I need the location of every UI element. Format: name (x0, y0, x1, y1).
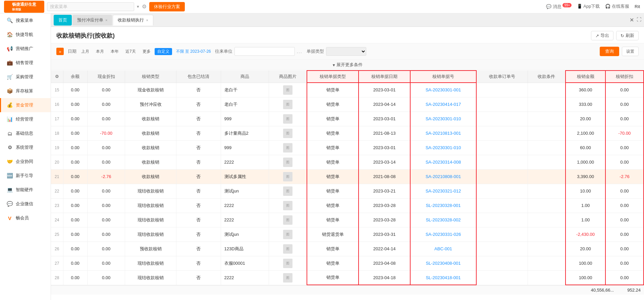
bill-no-cell[interactable]: SA-20230301-001 (410, 83, 476, 97)
balance-cell: 0.00 (63, 112, 87, 126)
bill-type-select[interactable] (326, 47, 366, 56)
filter-settings-button[interactable]: 设置 (622, 47, 639, 56)
discount-cell: 0.00 (87, 97, 125, 112)
tab-close-prepay[interactable]: × (105, 18, 107, 22)
tab-collection[interactable]: 收款核销执行 × (113, 15, 153, 26)
sidebar-item-marketing[interactable]: 📢 营销推广 (0, 42, 51, 56)
product-img-cell: 图 (269, 227, 307, 242)
discount-cell: 0.00 (87, 270, 125, 285)
bill-no-cell[interactable]: SA-20230414-017 (410, 97, 476, 112)
sidebar-item-purchase[interactable]: 🛒 采购管理 (0, 70, 51, 84)
export-button[interactable]: ↗ 导出 (591, 31, 613, 40)
sidebar-item-system[interactable]: ⚙ 系统管理 (0, 140, 51, 155)
filter-toggle-btn[interactable]: » (56, 48, 64, 55)
bill-no-cell[interactable]: SL-20230328-001 (410, 198, 476, 213)
expand-more-btn[interactable]: ▾ 展开更多条件 (333, 62, 363, 68)
verify-discount-cell: 0.00 (605, 198, 644, 213)
tab-home[interactable]: 首页 (54, 15, 72, 26)
bill-no-cell[interactable]: SA-20230331-026 (410, 227, 476, 242)
verify-discount-cell: 0.00 (605, 83, 644, 97)
verify-type-cell: 现结收款核销 (125, 213, 176, 227)
tag-this-year[interactable]: 本年 (108, 48, 121, 55)
bill-no-cell[interactable]: SA-20210813-001 (410, 126, 476, 140)
partner-input[interactable] (234, 47, 295, 56)
tag-more[interactable]: 更多 (140, 48, 153, 55)
app-download[interactable]: 📱 App下载 (577, 3, 600, 9)
sidebar-item-inventory[interactable]: 📦 库存核算 (0, 84, 51, 98)
sidebar-item-finance[interactable]: 💰 资金管理 (0, 98, 51, 112)
receipt-cond-cell (528, 213, 566, 227)
refresh-button[interactable]: ↻ 刷新 (616, 31, 639, 40)
query-button[interactable]: 查询 (600, 47, 619, 56)
col-settings-header[interactable]: ⚙ (51, 71, 63, 83)
table-row: 20 0.00 0.00 收款核销 否 2222 图 销货单 2023-03-1… (51, 155, 644, 169)
bill-no-cell[interactable]: SA-20230301-010 (410, 140, 476, 155)
tag-this-month[interactable]: 本月 (93, 48, 107, 55)
tag-last-month[interactable]: 上月 (78, 48, 92, 55)
bill-no-cell[interactable]: SA-20230301-010 (410, 112, 476, 126)
bill-no-cell[interactable]: SL-20230328-002 (410, 213, 476, 227)
balance-cell: 0.00 (63, 83, 87, 97)
col-product-header: 商品 (221, 71, 269, 83)
sidebar-item-guide[interactable]: 🆕 新手引导 (0, 169, 51, 183)
receipt-cond-cell (528, 126, 566, 140)
bill-no-cell[interactable]: SL-20230418-001 (410, 270, 476, 285)
row-num: 18 (51, 126, 63, 140)
verify-type-cell: 现金收款核销 (125, 83, 176, 97)
product-img-cell: 图 (269, 169, 307, 184)
receipt-no-cell (476, 83, 528, 97)
amount-cell: 60.00 (566, 140, 605, 155)
top-search: 搜索菜单 (47, 2, 134, 11)
operation-icon: 📊 (6, 116, 13, 122)
receipt-no-cell (476, 242, 528, 256)
sidebar-item-sales[interactable]: 💼 销售管理 (0, 56, 51, 70)
settled-cell: 否 (176, 169, 221, 184)
amount-cell: 2,100.00 (566, 126, 605, 140)
sidebar-item-shortcut[interactable]: 🏠 快捷导航 (0, 28, 51, 42)
page-title: 收款核销执行(按收款) (56, 32, 115, 40)
bill-no-cell[interactable]: SA-20230314-008 (410, 155, 476, 169)
sidebar-item-vip[interactable]: V 畅会员 (0, 211, 51, 225)
sidebar-item-corp[interactable]: 🤝 企业协同 (0, 155, 51, 169)
receipt-cond-cell (528, 83, 566, 97)
row-num: 19 (51, 140, 63, 155)
sidebar-item-basic[interactable]: 🗂 基础信息 (0, 126, 51, 140)
dropdown-icon[interactable]: ▾ (137, 4, 139, 9)
settled-cell: 否 (176, 227, 221, 242)
sidebar-item-search[interactable]: 🔍 搜索菜单 (0, 13, 51, 28)
tab-close-collection[interactable]: × (146, 18, 148, 22)
balance-cell: 0.00 (63, 140, 87, 155)
sidebar-item-operation[interactable]: 📊 经营管理 (0, 112, 51, 126)
tag-custom[interactable]: 自定义 (155, 48, 172, 55)
message-area[interactable]: 💬 消息 99+ (546, 3, 572, 10)
industry-btn[interactable]: 休验行业方案 (149, 2, 185, 11)
settings-icon[interactable]: ⚙ (142, 3, 147, 10)
bill-type-cell: 销货单 (307, 169, 359, 184)
bill-date-cell: 2023-03-01 (359, 83, 410, 97)
receipt-no-cell (476, 140, 528, 155)
product-cell: 衣服00001 (221, 256, 269, 270)
top-bar: 畅捷通好生意 标准版 搜索菜单 ▾ ⚙ 休验行业方案 💬 消息 99+ 📱 Ap… (0, 0, 644, 13)
product-cell: 测试多属性 (221, 169, 269, 184)
close-window-icon[interactable]: ✕ (630, 17, 634, 23)
receipt-no-cell (476, 169, 528, 184)
app-logo: 畅捷通好生意 标准版 (4, 1, 44, 13)
settled-cell: 否 (176, 184, 221, 198)
tab-prepay[interactable]: 预付冲应付单 × (72, 15, 112, 26)
row-num: 21 (51, 169, 63, 184)
sidebar-item-wechat[interactable]: 💬 企业微信 (0, 197, 51, 211)
maximize-icon[interactable]: ⛶ (637, 17, 641, 23)
user-name[interactable]: Rit (635, 4, 640, 9)
discount-cell: 0.00 (87, 184, 125, 198)
tag-7days[interactable]: 近7天 (123, 48, 139, 55)
bill-no-cell[interactable]: SA-20230321-012 (410, 184, 476, 198)
bill-no-cell[interactable]: ABC-001 (410, 242, 476, 256)
receipt-cond-cell (528, 97, 566, 112)
sidebar-item-hardware[interactable]: 💻 智能硬件 (0, 183, 51, 197)
table-container[interactable]: ⚙ 余额 现金折扣 核销类型 包含已结清 商品 商品图片 核销单据类型 核销单据… (51, 70, 644, 300)
receipt-no-cell (476, 126, 528, 140)
bill-type-cell: 销货单 (307, 97, 359, 112)
online-service[interactable]: 🎧 在线客服 (605, 3, 629, 9)
bill-no-cell[interactable]: SA-20210808-001 (410, 169, 476, 184)
bill-no-cell[interactable]: SL-20230408-001 (410, 256, 476, 270)
